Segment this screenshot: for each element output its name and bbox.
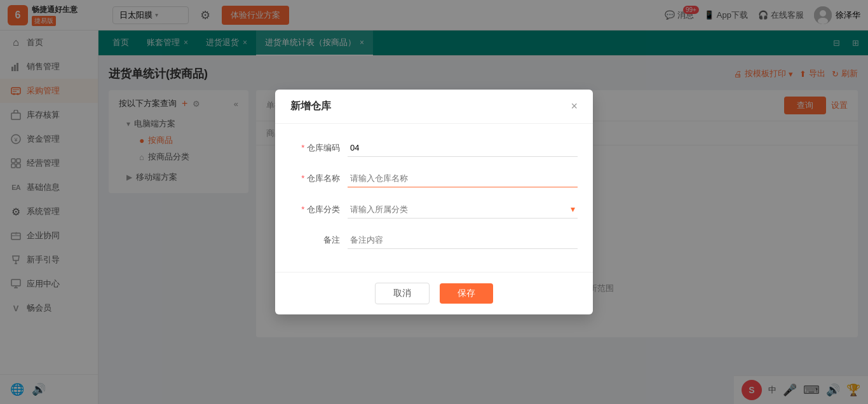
modal-header: 新增仓库 ×	[275, 90, 593, 124]
save-button[interactable]: 保存	[440, 283, 493, 304]
category-input[interactable]	[350, 205, 571, 214]
warehouse-code-row: * 仓库编码	[290, 139, 578, 157]
remarks-input[interactable]	[348, 231, 578, 249]
close-icon[interactable]: ×	[571, 100, 578, 113]
remarks-label: 备注	[290, 234, 348, 246]
remarks-row: 备注	[290, 231, 578, 249]
warehouse-code-label: * 仓库编码	[290, 142, 348, 154]
warehouse-name-input[interactable]	[348, 170, 578, 187]
required-star-2: *	[301, 173, 304, 183]
chevron-down-icon[interactable]: ▾	[571, 204, 575, 214]
warehouse-category-label: * 仓库分类	[290, 204, 348, 215]
modal-body: * 仓库编码 * 仓库名称 * 仓库分类	[275, 124, 593, 272]
new-warehouse-modal: 新增仓库 × * 仓库编码 * 仓库名称	[275, 90, 593, 314]
warehouse-category-row: * 仓库分类 ▾	[290, 200, 578, 219]
modal-footer: 取消 保存	[275, 272, 593, 314]
cancel-button[interactable]: 取消	[375, 283, 430, 304]
warehouse-code-input[interactable]	[348, 139, 578, 157]
modal-title: 新增仓库	[290, 100, 331, 113]
warehouse-name-label: * 仓库名称	[290, 173, 348, 184]
warehouse-name-row: * 仓库名称	[290, 170, 578, 187]
required-star-1: *	[301, 143, 304, 152]
warehouse-category-select[interactable]: ▾	[348, 200, 578, 219]
modal-overlay: 新增仓库 × * 仓库编码 * 仓库名称	[0, 0, 868, 404]
required-star-3: *	[301, 205, 304, 214]
